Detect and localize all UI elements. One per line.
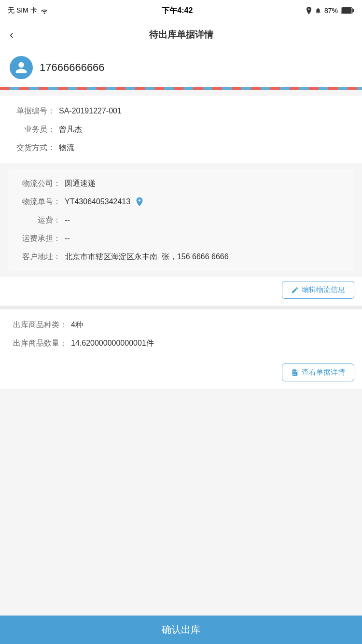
- status-right: 87%: [306, 7, 354, 14]
- logistics-card: 物流公司： 圆通速递 物流单号： YT4306405342413 运费： -- …: [8, 169, 354, 271]
- document-no-value: SA-20191227-001: [59, 105, 350, 117]
- svg-rect-1: [341, 8, 351, 14]
- contact-phone: 17666666666: [40, 61, 105, 74]
- freight-value: --: [65, 214, 345, 226]
- address-value: 北京市市辖区海淀区永丰南 张，156 6666 6666: [65, 251, 345, 263]
- delivery-method-row: 交货方式： 物流: [12, 142, 350, 154]
- delivery-method-value: 物流: [59, 142, 350, 154]
- dashed-divider: [0, 87, 362, 90]
- carrier-text: 无 SIM 卡: [8, 6, 37, 15]
- tracking-no-text: YT4306405342413: [65, 196, 130, 208]
- edit-logistics-button[interactable]: 编辑物流信息: [282, 281, 354, 299]
- section-divider: [0, 306, 362, 309]
- person-icon: [14, 61, 28, 74]
- document-no-label: 单据编号：: [12, 105, 55, 117]
- edit-icon: [291, 286, 299, 294]
- salesman-value: 曾凡杰: [59, 124, 350, 135]
- status-bar: 无 SIM 卡 下午4:42 87%: [0, 0, 362, 21]
- freight-bearer-row: 运费承担： --: [17, 233, 345, 244]
- salesman-row: 业务员： 曾凡杰: [12, 124, 350, 135]
- freight-bearer-value: --: [65, 233, 345, 244]
- freight-bearer-label: 运费承担：: [17, 233, 61, 244]
- tracking-label: 物流单号：: [17, 196, 61, 208]
- tracking-no-row: 物流单号： YT4306405342413: [17, 196, 345, 208]
- delivery-method-label: 交货方式：: [12, 142, 55, 154]
- battery-icon: [341, 7, 354, 14]
- view-details-button[interactable]: 查看单据详情: [282, 364, 354, 381]
- product-types-row: 出库商品种类： 4种: [12, 319, 350, 331]
- wifi-icon: [40, 7, 49, 14]
- map-pin-icon[interactable]: [134, 196, 145, 207]
- edit-logistics-area: 编辑物流信息: [0, 277, 362, 306]
- location-status-icon: [306, 7, 312, 14]
- tracking-value-container: YT4306405342413: [65, 196, 345, 208]
- page-title: 待出库单据详情: [149, 28, 213, 41]
- edit-logistics-label: 编辑物流信息: [302, 285, 345, 294]
- product-types-label: 出库商品种类：: [12, 319, 67, 331]
- product-quantity-row: 出库商品数量： 14.620000000000001件: [12, 337, 350, 349]
- address-row: 客户地址： 北京市市辖区海淀区永丰南 张，156 6666 6666: [17, 251, 345, 263]
- battery-text: 87%: [324, 7, 338, 14]
- confirm-button-area: 确认出库: [0, 616, 362, 644]
- alarm-icon: [315, 7, 321, 14]
- salesman-label: 业务员：: [12, 124, 55, 135]
- back-button[interactable]: ‹: [10, 29, 14, 41]
- contact-header: 17666666666: [0, 48, 362, 87]
- address-label: 客户地址：: [17, 251, 61, 263]
- svg-rect-2: [353, 9, 354, 12]
- product-quantity-label: 出库商品数量：: [12, 337, 67, 349]
- status-left: 无 SIM 卡: [8, 6, 49, 15]
- nav-bar: ‹ 待出库单据详情: [0, 21, 362, 48]
- view-details-label: 查看单据详情: [302, 368, 345, 377]
- document-no-row: 单据编号： SA-20191227-001: [12, 105, 350, 117]
- view-details-area: 查看单据详情: [0, 359, 362, 389]
- avatar: [10, 56, 33, 79]
- status-time: 下午4:42: [162, 6, 193, 16]
- product-types-value: 4种: [71, 319, 350, 331]
- logistics-company-label: 物流公司：: [17, 178, 61, 189]
- logistics-company-value: 圆通速递: [65, 178, 345, 189]
- freight-row: 运费： --: [17, 214, 345, 226]
- content-spacer: [0, 389, 362, 610]
- document-icon: [291, 369, 299, 377]
- product-quantity-value: 14.620000000000001件: [71, 337, 350, 349]
- freight-label: 运费：: [17, 214, 61, 226]
- product-section: 出库商品种类： 4种 出库商品数量： 14.620000000000001件: [0, 309, 362, 359]
- basic-info-section: 单据编号： SA-20191227-001 业务员： 曾凡杰 交货方式： 物流: [0, 96, 362, 163]
- logistics-company-row: 物流公司： 圆通速递: [17, 178, 345, 189]
- confirm-outbound-button[interactable]: 确认出库: [0, 623, 362, 636]
